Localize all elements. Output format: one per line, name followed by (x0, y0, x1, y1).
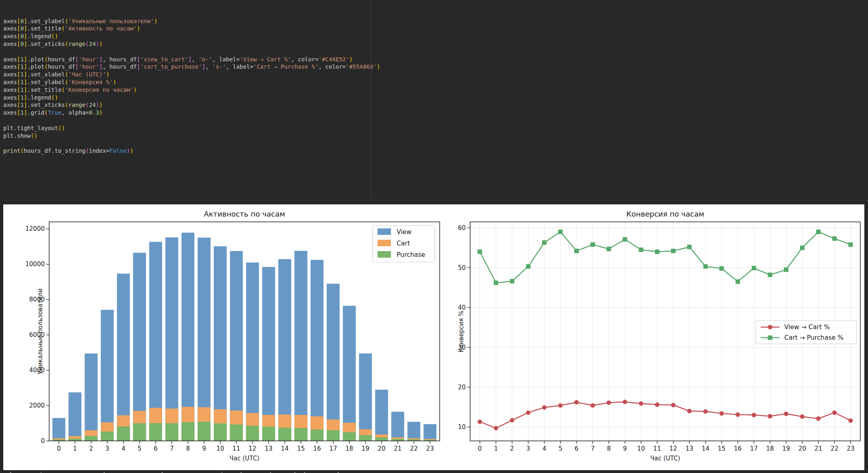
code-lines: axes[0].set_ylabel('Уникальные пользоват… (3, 17, 868, 155)
code-line: axes[1].legend() (3, 94, 868, 102)
svg-text:21: 21 (814, 445, 822, 452)
svg-text:5: 5 (558, 445, 562, 452)
svg-text:2000: 2000 (29, 402, 45, 409)
dataframe-header-text: hour view_users cart_users purchase_user… (10, 471, 357, 473)
svg-text:15: 15 (718, 445, 725, 452)
svg-text:0: 0 (478, 445, 482, 452)
line-series (477, 230, 853, 285)
svg-text:20: 20 (378, 445, 385, 452)
svg-text:2: 2 (89, 445, 93, 452)
svg-text:7: 7 (591, 445, 595, 452)
svg-text:13: 13 (265, 445, 273, 452)
svg-text:8: 8 (186, 445, 190, 452)
svg-text:3: 3 (526, 445, 530, 452)
line-series (477, 399, 853, 430)
svg-text:12000: 12000 (25, 225, 45, 232)
svg-text:Уникальные пользователи: Уникальные пользователи (37, 289, 44, 374)
svg-text:7: 7 (170, 445, 174, 452)
svg-text:16: 16 (734, 445, 742, 452)
svg-text:12: 12 (249, 445, 256, 452)
svg-text:Cart: Cart (397, 240, 410, 247)
svg-text:Конверсия %: Конверсия % (458, 310, 465, 352)
matplotlib-figure-output: 0200040006000800010000120000123456789101… (3, 204, 864, 470)
svg-text:11: 11 (653, 445, 661, 452)
svg-text:Конверсия по часам: Конверсия по часам (626, 210, 704, 218)
code-line: plt.tight_layout() (3, 124, 868, 132)
svg-text:8: 8 (607, 445, 611, 452)
svg-text:Час (UTC): Час (UTC) (230, 455, 260, 462)
svg-text:9: 9 (202, 445, 206, 452)
svg-text:1: 1 (494, 445, 498, 452)
code-editor[interactable]: axes[0].set_ylabel('Уникальные пользоват… (0, 0, 868, 200)
code-line: axes[1].set_ylabel('Конверсия %') (3, 78, 868, 86)
svg-text:10000: 10000 (25, 260, 45, 268)
svg-text:14: 14 (702, 445, 710, 452)
svg-text:2: 2 (510, 445, 514, 452)
svg-text:40: 40 (458, 304, 466, 311)
svg-text:5: 5 (138, 445, 142, 452)
svg-text:50: 50 (458, 264, 466, 271)
editor-ruler-line (371, 0, 371, 200)
svg-text:10: 10 (637, 445, 645, 452)
svg-text:16: 16 (313, 445, 321, 452)
svg-text:19: 19 (362, 445, 369, 452)
svg-text:Час (UTC): Час (UTC) (650, 455, 680, 462)
code-line: axes[1].grid(True, alpha=0.3) (3, 109, 868, 117)
code-line (3, 48, 868, 56)
svg-text:15: 15 (297, 445, 305, 452)
svg-text:6: 6 (154, 445, 158, 452)
code-line: axes[0].legend() (3, 33, 868, 40)
code-line: axes[1].plot(hours_df['hour'], hours_df[… (3, 63, 868, 71)
svg-text:20: 20 (799, 445, 806, 452)
svg-text:21: 21 (394, 445, 401, 452)
code-line: axes[1].set_xlabel('Час (UTC)') (3, 71, 868, 78)
bar-series-view (52, 233, 436, 441)
svg-text:4: 4 (542, 445, 547, 452)
svg-text:Cart → Purchase %: Cart → Purchase % (784, 334, 844, 341)
code-line: axes[0].set_ylabel('Уникальные пользоват… (3, 17, 868, 25)
svg-text:17: 17 (329, 445, 337, 452)
svg-text:0: 0 (57, 445, 61, 452)
svg-text:12: 12 (669, 445, 677, 452)
svg-text:22: 22 (831, 445, 838, 452)
code-line: axes[1].plot(hours_df['hour'], hours_df[… (3, 56, 868, 63)
svg-text:17: 17 (750, 445, 758, 452)
svg-text:10: 10 (458, 423, 466, 431)
svg-text:18: 18 (766, 445, 774, 452)
svg-text:23: 23 (847, 445, 855, 452)
svg-text:4: 4 (122, 445, 126, 452)
code-line (3, 139, 868, 147)
code-line: plt.show() (3, 132, 868, 140)
svg-text:10: 10 (216, 445, 224, 452)
svg-text:13: 13 (686, 445, 693, 452)
svg-text:Purchase: Purchase (397, 251, 425, 258)
charts-canvas: 0200040006000800010000120000123456789101… (3, 204, 864, 470)
code-line: axes[1].set_title('Конверсия по часам') (3, 86, 868, 94)
svg-text:0: 0 (41, 437, 45, 445)
svg-text:60: 60 (458, 224, 466, 232)
svg-text:23: 23 (426, 445, 434, 452)
code-line (3, 117, 868, 124)
code-line: axes[0].set_title('Активность по часам') (3, 25, 868, 33)
svg-text:Активность по часам: Активность по часам (204, 210, 285, 218)
dataframe-output-clipped: hour view_users cart_users purchase_user… (0, 470, 868, 473)
svg-text:9: 9 (623, 445, 627, 452)
code-line: axes[1].set_xticks(range(24)) (3, 101, 868, 109)
code-line: axes[0].set_xticks(range(24)) (3, 40, 868, 48)
svg-text:22: 22 (410, 445, 418, 452)
svg-text:View → Cart %: View → Cart % (784, 323, 830, 331)
svg-text:20: 20 (458, 384, 466, 391)
svg-text:3: 3 (105, 445, 109, 452)
svg-text:View: View (397, 228, 412, 236)
svg-text:18: 18 (345, 445, 353, 452)
svg-text:6: 6 (575, 445, 579, 452)
code-line: print(hours_df.to_string(index=False)) (3, 147, 868, 155)
svg-text:14: 14 (281, 445, 289, 452)
svg-text:19: 19 (782, 445, 790, 452)
svg-text:11: 11 (232, 445, 240, 452)
svg-text:1: 1 (73, 445, 77, 452)
